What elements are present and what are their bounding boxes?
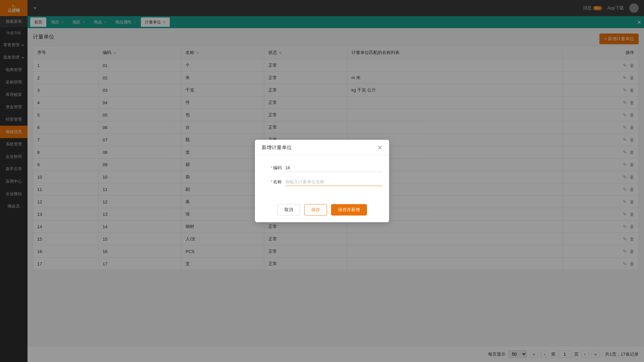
name-input[interactable] xyxy=(285,178,382,186)
code-field-row: *编码 xyxy=(262,164,382,172)
name-field-row: *名称 xyxy=(262,178,382,186)
modal-body: *编码 *名称 xyxy=(255,156,389,200)
name-label: *名称 xyxy=(262,179,282,185)
modal-footer: 取消 保存 保存并新增 xyxy=(255,200,389,222)
cancel-button[interactable]: 取消 xyxy=(277,204,300,216)
save-and-new-button[interactable]: 保存并新增 xyxy=(331,204,367,216)
code-label: *编码 xyxy=(262,165,282,171)
add-unit-modal: 新增计量单位 ✕ *编码 *名称 取消 保存 保存并新增 xyxy=(255,140,389,222)
save-button[interactable]: 保存 xyxy=(304,204,327,216)
modal-overlay: 新增计量单位 ✕ *编码 *名称 取消 保存 保存并新增 xyxy=(0,0,644,362)
code-input[interactable] xyxy=(285,164,382,172)
modal-close-button[interactable]: ✕ xyxy=(377,145,382,151)
modal-title: 新增计量单位 xyxy=(262,144,292,151)
modal-header: 新增计量单位 ✕ xyxy=(255,140,389,156)
